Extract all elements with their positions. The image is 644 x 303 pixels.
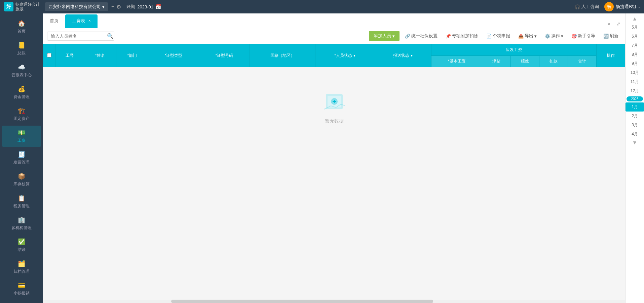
month-6[interactable]: 6月 (626, 32, 644, 41)
th-allowance: 津贴 (482, 56, 511, 67)
sidebar-label-expense: 小畅报销 (13, 291, 30, 296)
sidebar-icon-settlement: ✅ (18, 238, 25, 246)
sidebar-icon-archive: 🗂️ (18, 260, 25, 267)
sidebar-item-fixed-assets[interactable]: 🏗️ 固定资产 (2, 104, 41, 125)
sidebar-item-capital[interactable]: 💰 资金管理 (2, 82, 41, 103)
sidebar-item-invoice[interactable]: 🧾 发票管理 (2, 147, 41, 169)
sidebar-item-settlement[interactable]: ✅ 结账 (2, 235, 41, 256)
sidebar-label-fixed-assets: 固定资产 (13, 116, 30, 122)
content-main: 首页 工资表 × × ⤢ 🔍 添加人员 ▾ (43, 13, 625, 303)
sidebar-item-expense[interactable]: 💳 小畅报销 (2, 278, 41, 300)
user-avatar: 畅 (604, 2, 614, 11)
sidebar-item-inventory[interactable]: 📦 库存核算 (2, 169, 41, 190)
new-guide-icon: 🎯 (571, 34, 577, 39)
tab-salary[interactable]: 工资表 × (65, 14, 98, 28)
th-total: 合计 (568, 56, 597, 67)
month-5[interactable]: 5月 (626, 23, 644, 32)
month-2[interactable]: 2月 (626, 112, 644, 121)
sidebar-label-tax: 税务管理 (13, 203, 30, 209)
month-1[interactable]: 1月 (626, 102, 644, 112)
period-value: 2023-01 (137, 4, 153, 9)
sidebar-item-settings[interactable]: ⚙️ 基础设置 (2, 300, 41, 303)
select-all-checkbox[interactable] (47, 53, 51, 57)
empty-icon (321, 87, 348, 114)
sidebar-label-settlement: 结账 (17, 247, 26, 253)
table-container: 工号 *姓名 *部门 *证型类型 (43, 44, 625, 303)
social-insurance-button[interactable]: 🔗 统一社保设置 (402, 31, 440, 41)
user-name: 畅捷通B组... (616, 4, 640, 10)
special-deduction-button[interactable]: 📌 专项附加扣除 (443, 31, 481, 41)
company-dropdown-icon: ▾ (102, 4, 105, 9)
th-performance: 绩效 (511, 56, 539, 67)
sidebar-label-cloud-report: 云报表中心 (11, 72, 32, 78)
logo-icon: 好 (4, 2, 13, 11)
toolbar: 🔍 添加人员 ▾ 🔗 统一社保设置 📌 专项附加扣除 (43, 28, 625, 44)
support-button[interactable]: 🎧 人工咨询 (575, 4, 599, 10)
sidebar-icon-inventory: 📦 (18, 173, 25, 180)
sidebar-item-ledger[interactable]: 📒 总账 (2, 38, 41, 59)
export-button[interactable]: 📤 导出 ▾ (516, 31, 539, 41)
sidebar-icon-home: 🏠 (18, 20, 25, 27)
sidebar-item-salary[interactable]: 💵 工资 (2, 126, 41, 147)
month-4[interactable]: 4月 (626, 130, 644, 139)
month-8[interactable]: 8月 (626, 50, 644, 59)
add-company-icon[interactable]: + (111, 4, 114, 10)
sidebar-item-home[interactable]: 🏠 首页 (2, 16, 41, 38)
month-7[interactable]: 7月 (626, 41, 644, 50)
th-base-salary: *基本工资 (431, 56, 482, 67)
sidebar-icon-invoice: 🧾 (18, 151, 25, 158)
tabbar: 首页 工资表 × × ⤢ (43, 13, 625, 28)
new-guide-button[interactable]: 🎯 新手引导 (569, 31, 598, 41)
th-status: *人员状态 ▼ (315, 44, 375, 67)
month-9[interactable]: 9月 (626, 59, 644, 68)
horizontal-scrollbar[interactable] (43, 300, 625, 303)
sidebar-icon-expense: 💳 (18, 282, 25, 289)
report-filter-icon[interactable]: ▼ (410, 54, 413, 57)
user-menu[interactable]: 畅 畅捷通B组... (604, 2, 640, 11)
sidebar-label-archive: 归档管理 (13, 269, 30, 274)
empty-text: 暂无数据 (325, 118, 344, 124)
scrollbar-thumb[interactable] (171, 300, 433, 303)
status-filter-icon[interactable]: ▼ (353, 54, 356, 57)
company-selector[interactable]: 西安虾米网络科技有限公司 ▾ (45, 2, 108, 11)
operation-dropdown-icon: ▾ (561, 34, 563, 39)
sidebar-item-tax[interactable]: 📋 税务管理 (2, 191, 41, 212)
sidebar-item-archive[interactable]: 🗂️ 归档管理 (2, 257, 41, 278)
panel-nav-down[interactable]: ▼ (631, 139, 639, 147)
company-name: 西安虾米网络科技有限公司 (48, 4, 101, 10)
tab-maximize-btn[interactable]: ⤢ (614, 20, 622, 28)
sidebar-label-multi-org: 多机构管理 (11, 225, 32, 231)
month-3[interactable]: 3月 (626, 121, 644, 130)
operation-icon: ⚙️ (545, 34, 550, 39)
search-input[interactable] (47, 32, 114, 41)
month-10[interactable]: 10月 (626, 68, 644, 77)
empty-state: 暂无数据 (43, 67, 625, 144)
sidebar-label-capital: 资金管理 (13, 94, 30, 100)
settings-icon[interactable]: ⚙ (116, 4, 121, 10)
search-button[interactable]: 🔍 (107, 33, 114, 39)
export-dropdown-icon: ▾ (534, 34, 537, 39)
period-label: 账期 (126, 4, 135, 10)
topbar-actions: 🎧 人工咨询 畅 畅捷通B组... (575, 2, 640, 11)
sidebar: 🏠 首页 📒 总账 ☁️ 云报表中心 💰 资金管理 🏗️ 固定资产 💵 工资 🧾… (0, 13, 43, 303)
refresh-button[interactable]: 🔄 刷新 (601, 31, 621, 41)
th-salary-group: 应发工资 (431, 44, 597, 56)
tab-home[interactable]: 首页 (43, 14, 65, 28)
month-12[interactable]: 12月 (626, 86, 644, 95)
add-employee-button[interactable]: 添加人员 ▾ (369, 31, 400, 41)
tab-close-icon[interactable]: × (88, 18, 91, 23)
operation-button[interactable]: ⚙️ 操作 ▾ (542, 31, 566, 41)
sidebar-icon-capital: 💰 (18, 85, 25, 93)
sidebar-item-cloud-report[interactable]: ☁️ 云报表中心 (2, 60, 41, 81)
tab-close-btn[interactable]: × (605, 20, 613, 28)
sidebar-item-multi-org[interactable]: 🏢 多机构管理 (2, 213, 41, 234)
sidebar-icon-ledger: 📒 (18, 42, 25, 49)
calendar-icon[interactable]: 📅 (155, 4, 161, 9)
panel-nav-up[interactable]: ▲ (631, 15, 639, 23)
sidebar-label-ledger: 总账 (17, 50, 26, 56)
sidebar-label-home: 首页 (17, 29, 26, 34)
salary-table: 工号 *姓名 *部门 *证型类型 (43, 44, 625, 67)
month-11[interactable]: 11月 (626, 77, 644, 86)
tax-return-button[interactable]: 📄 个税申报 (484, 31, 513, 41)
main-layout: 🏠 首页 📒 总账 ☁️ 云报表中心 💰 资金管理 🏗️ 固定资产 💵 工资 🧾… (0, 13, 644, 303)
